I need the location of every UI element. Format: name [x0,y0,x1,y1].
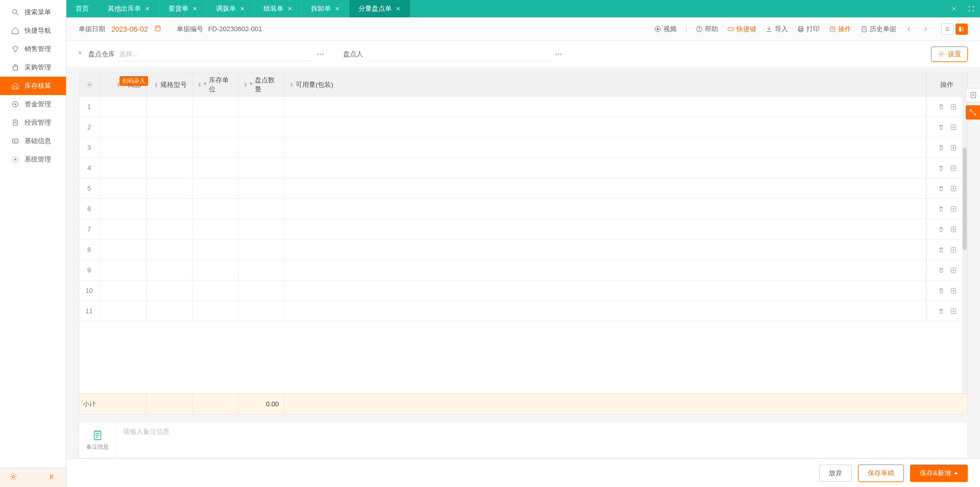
delete-row-icon[interactable] [938,185,945,192]
help-button[interactable]: 帮助 [696,25,718,34]
delete-row-icon[interactable] [938,165,945,172]
tab-disassemble[interactable]: 拆卸单✕ [302,0,349,17]
save-draft-button[interactable]: 保存草稿 [858,465,904,482]
cell-qty[interactable] [238,301,284,321]
close-icon[interactable]: ✕ [240,6,245,12]
warehouse-more-icon[interactable]: ··· [317,50,324,58]
cell-avail[interactable] [284,260,926,280]
next-doc-button[interactable] [922,26,929,33]
tab-partial-count[interactable]: 分量盘点单✕ [349,0,410,17]
tab-assemble[interactable]: 组装单✕ [254,0,302,17]
date-value[interactable]: 2023-06-02 [111,25,148,33]
cell-qty[interactable] [238,137,284,157]
cell-avail[interactable] [284,158,926,178]
cell-qty[interactable] [238,117,284,137]
cell-sku[interactable] [100,117,147,137]
cell-spec[interactable] [147,199,193,219]
col-spec[interactable]: ▲▼规格型号 [147,73,193,96]
cell-avail[interactable] [284,240,926,260]
table-row[interactable]: 8 [79,240,967,260]
cell-spec[interactable] [147,281,193,300]
cell-avail[interactable] [284,178,926,198]
delete-row-icon[interactable] [938,226,945,233]
cell-qty[interactable] [238,260,284,280]
person-input[interactable] [366,47,550,61]
shortcut-button[interactable]: 快捷键 [727,25,756,34]
person-more-icon[interactable]: ··· [555,50,562,58]
delete-row-icon[interactable] [938,246,945,253]
table-row[interactable]: 2 [79,117,967,137]
cell-unit[interactable] [193,260,238,280]
rail-expand-button[interactable] [966,105,980,120]
cell-unit[interactable] [193,219,238,239]
tab-demand[interactable]: 要货单✕ [159,0,207,17]
cell-spec[interactable] [147,260,193,280]
col-avail[interactable]: ▲▼可用量(包装) [284,73,926,96]
cell-unit[interactable] [193,97,238,117]
cell-sku[interactable] [100,178,147,198]
view-card-button[interactable] [955,24,968,35]
close-all-tabs-button[interactable] [945,0,963,17]
add-row-icon[interactable] [950,103,957,110]
close-icon[interactable]: ✕ [396,6,400,12]
cell-unit[interactable] [193,117,238,137]
cell-sku[interactable] [100,219,147,239]
cell-spec[interactable] [147,117,193,137]
cell-qty[interactable] [238,240,284,260]
add-row-icon[interactable] [950,287,957,294]
video-button[interactable]: 视频 [654,25,677,34]
table-row[interactable]: 7 [79,219,967,240]
close-icon[interactable]: ✕ [145,6,150,12]
table-row[interactable]: 6 [79,199,967,219]
add-row-icon[interactable] [950,185,957,192]
cell-avail[interactable] [284,219,926,239]
cell-sku[interactable] [100,97,147,117]
add-row-icon[interactable] [950,308,957,315]
cell-sku[interactable] [100,137,147,157]
collapse-sidebar-icon[interactable] [49,473,57,482]
add-row-icon[interactable] [950,205,957,213]
add-row-icon[interactable] [950,165,957,172]
cell-spec[interactable] [147,219,193,239]
delete-row-icon[interactable] [938,124,945,131]
cell-qty[interactable] [238,158,284,178]
cell-qty[interactable] [238,199,284,219]
col-unit[interactable]: ▲▼*库存单位 [193,73,238,96]
cell-spec[interactable] [147,97,193,117]
add-row-icon[interactable] [950,124,957,131]
cell-unit[interactable] [193,137,238,157]
cell-qty[interactable] [238,219,284,239]
history-button[interactable]: 历史单据 [861,25,896,34]
add-row-icon[interactable] [950,226,957,233]
table-row[interactable]: 9 [79,260,967,281]
rail-notes-button[interactable] [966,88,980,102]
add-row-icon[interactable] [950,246,957,253]
import-button[interactable]: 导入 [766,25,788,34]
sidebar-item-funds[interactable]: 资金管理 [0,95,66,113]
settings-button[interactable]: 设置 [931,47,968,62]
cell-spec[interactable] [147,158,193,178]
tab-home[interactable]: 首页 [66,0,99,17]
print-button[interactable]: 打印 [797,25,820,34]
add-row-icon[interactable] [950,267,957,274]
cell-sku[interactable] [100,158,147,178]
cell-unit[interactable] [193,301,238,321]
close-icon[interactable]: ✕ [288,6,292,12]
scan-entry-badge[interactable]: 扫码录入 [119,76,148,86]
save-new-button[interactable]: 保存&新增 [910,465,968,482]
sidebar-item-purchase[interactable]: 采购管理 [0,58,66,77]
sidebar-item-operations[interactable]: 经营管理 [0,113,66,132]
fullscreen-button[interactable] [963,0,980,17]
cell-avail[interactable] [284,97,926,117]
cell-avail[interactable] [284,281,926,300]
cell-avail[interactable] [284,137,926,157]
sidebar-item-quick-nav[interactable]: 快捷导航 [0,21,66,40]
cell-qty[interactable] [238,178,284,198]
delete-row-icon[interactable] [938,287,945,294]
cell-unit[interactable] [193,158,238,178]
cell-unit[interactable] [193,240,238,260]
cell-sku[interactable] [100,301,147,321]
cell-qty[interactable] [238,281,284,300]
column-settings-button[interactable] [79,73,100,96]
table-row[interactable]: 11 [79,301,967,321]
